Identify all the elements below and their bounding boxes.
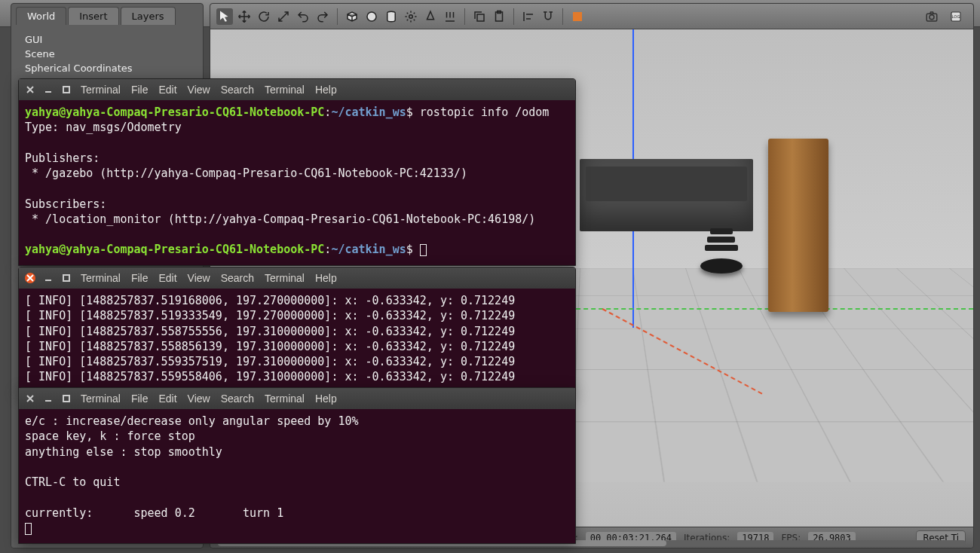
svg-point-8: [929, 14, 934, 19]
maximize-icon[interactable]: [61, 84, 72, 95]
menu-file[interactable]: File: [131, 272, 149, 284]
menu-file[interactable]: File: [131, 84, 149, 96]
terminal-menubar: Terminal File Edit View Search Terminal …: [81, 393, 337, 405]
model-pillar[interactable]: [768, 139, 828, 312]
terminal-output[interactable]: e/c : increase/decrease only angular spe…: [19, 409, 575, 543]
terminal-output[interactable]: yahya@yahya-Compaq-Presario-CQ61-Noteboo…: [19, 100, 575, 265]
maximize-icon[interactable]: [61, 273, 72, 283]
svg-point-2: [409, 14, 413, 18]
menu-edit[interactable]: Edit: [158, 272, 176, 284]
camera-icon[interactable]: [923, 8, 940, 25]
svg-rect-13: [63, 87, 69, 93]
log-icon[interactable]: LOG: [948, 8, 964, 25]
menu-view[interactable]: View: [188, 393, 210, 405]
menu-edit[interactable]: Edit: [158, 84, 176, 96]
menu-search[interactable]: Search: [221, 84, 254, 96]
tree-item[interactable]: Spherical Coordinates: [22, 61, 198, 75]
scale-icon[interactable]: [275, 8, 292, 25]
rotate-icon[interactable]: [256, 8, 272, 25]
arrow-icon[interactable]: [216, 8, 233, 25]
cursor: [420, 244, 427, 256]
menu-view[interactable]: View: [188, 84, 210, 96]
cursor: [25, 523, 32, 535]
gazebo-toolbar: LOG: [210, 4, 973, 29]
svg-rect-14: [63, 275, 69, 281]
menu-view[interactable]: View: [188, 272, 210, 284]
close-icon[interactable]: [25, 84, 35, 95]
minimize-icon[interactable]: [43, 84, 54, 95]
light-spot-icon[interactable]: [422, 8, 439, 25]
svg-rect-3: [477, 14, 484, 21]
cylinder-icon[interactable]: [383, 8, 400, 25]
minimize-icon[interactable]: [43, 273, 54, 283]
svg-point-0: [367, 12, 376, 21]
terminal-titlebar[interactable]: Terminal File Edit View Search Terminal …: [19, 267, 575, 289]
undo-icon[interactable]: [295, 8, 311, 25]
move-icon[interactable]: [236, 8, 253, 25]
tree-item[interactable]: GUI: [22, 32, 198, 47]
toolbar-separator: [464, 8, 465, 25]
toolbar-separator: [513, 8, 514, 25]
close-icon[interactable]: [25, 273, 35, 283]
view-icon[interactable]: [569, 8, 586, 25]
menu-terminal[interactable]: Terminal: [81, 84, 121, 96]
terminal-menubar: Terminal File Edit View Search Terminal …: [81, 272, 337, 284]
light-directional-icon[interactable]: [442, 8, 458, 25]
light-point-icon[interactable]: [403, 8, 419, 25]
model-turtlebot-base: [700, 258, 743, 273]
toolbar-separator: [562, 8, 563, 25]
terminal-menubar: Terminal File Edit View Search Terminal …: [81, 84, 337, 96]
maximize-icon[interactable]: [61, 393, 72, 404]
menu-terminal2[interactable]: Terminal: [265, 272, 305, 284]
tab-insert[interactable]: Insert: [68, 7, 118, 25]
box-icon[interactable]: [344, 8, 360, 25]
copy-icon[interactable]: [471, 8, 488, 25]
tab-layers[interactable]: Layers: [121, 7, 176, 25]
close-icon[interactable]: [25, 393, 35, 404]
menu-file[interactable]: File: [131, 393, 149, 405]
menu-terminal2[interactable]: Terminal: [265, 393, 305, 405]
redo-icon[interactable]: [314, 8, 331, 25]
menu-search[interactable]: Search: [221, 272, 254, 284]
align-icon[interactable]: [520, 8, 537, 25]
menu-help[interactable]: Help: [315, 393, 337, 405]
terminal-window-1[interactable]: Terminal File Edit View Search Terminal …: [18, 78, 576, 266]
snap-icon[interactable]: [540, 8, 556, 25]
menu-terminal2[interactable]: Terminal: [265, 84, 305, 96]
menu-terminal[interactable]: Terminal: [81, 272, 121, 284]
terminal-window-3[interactable]: Terminal File Edit View Search Terminal …: [18, 387, 576, 544]
gazebo-tabs: World Insert Layers: [11, 4, 203, 25]
terminal-titlebar[interactable]: Terminal File Edit View Search Terminal …: [19, 388, 575, 409]
model-turtlebot[interactable]: [705, 228, 738, 254]
menu-edit[interactable]: Edit: [158, 393, 176, 405]
svg-rect-15: [63, 396, 69, 402]
menu-help[interactable]: Help: [315, 84, 337, 96]
menu-terminal[interactable]: Terminal: [81, 393, 121, 405]
menu-help[interactable]: Help: [315, 272, 337, 284]
svg-text:LOG: LOG: [952, 14, 960, 19]
toolbar-separator: [337, 8, 338, 25]
tab-world[interactable]: World: [16, 7, 66, 25]
menu-search[interactable]: Search: [221, 393, 254, 405]
sphere-icon[interactable]: [363, 8, 380, 25]
paste-icon[interactable]: [491, 8, 507, 25]
minimize-icon[interactable]: [43, 393, 54, 404]
svg-rect-6: [573, 12, 582, 21]
terminal-window-2[interactable]: Terminal File Edit View Search Terminal …: [18, 267, 576, 393]
axis-y: [531, 308, 973, 310]
tree-item[interactable]: Scene: [22, 47, 198, 61]
terminal-titlebar[interactable]: Terminal File Edit View Search Terminal …: [19, 79, 575, 100]
model-barrier[interactable]: [580, 159, 753, 231]
terminal-output[interactable]: [ INFO] [1488257837.519168006, 197.27000…: [19, 289, 575, 393]
